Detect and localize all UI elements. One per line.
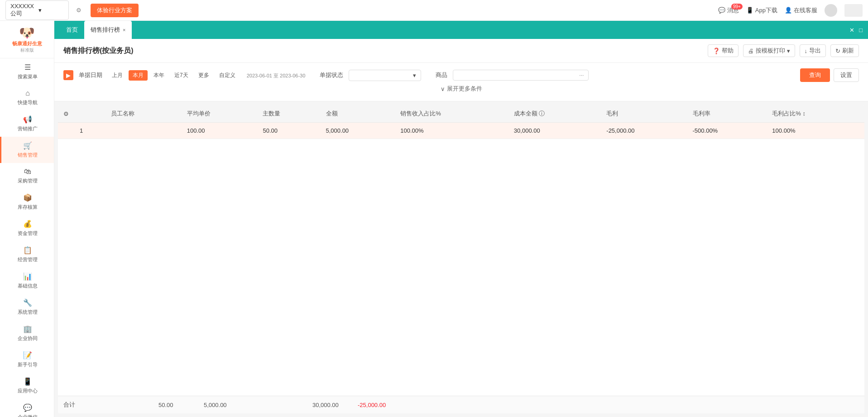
tab-sales-ranking-label: 销售排行榜 bbox=[91, 26, 120, 34]
logo-icon: 🐶 bbox=[19, 25, 35, 40]
trial-button[interactable]: 体验行业方案 bbox=[91, 4, 139, 17]
footer-label-cell: 合计 bbox=[63, 401, 100, 409]
sidebar-item-marketing[interactable]: 📢 营销推广 bbox=[0, 110, 54, 137]
query-button[interactable]: 查询 bbox=[800, 68, 830, 82]
tab-sales-ranking[interactable]: 销售排行榜 × bbox=[84, 21, 132, 39]
print-icon: 🖨 bbox=[748, 48, 754, 54]
date-tabs: 上月 本月 本年 近7天 更多 自定义 bbox=[108, 70, 240, 81]
footer-gross-cell: -25,000.00 bbox=[358, 402, 394, 408]
export-button[interactable]: ↓ 导出 bbox=[800, 44, 826, 57]
logo-tag: 标准版 bbox=[20, 47, 34, 53]
sidebar-item-sales[interactable]: 🛒 销售管理 bbox=[0, 137, 54, 163]
avatar-name[interactable] bbox=[844, 4, 863, 17]
sidebar: 🐶 畅康通好生意 标准版 ☰ 搜索菜单 ⌂ 快捷导航 📢 营销推广 🛒 销售管理… bbox=[0, 21, 54, 417]
col-sales-pct: 销售收入占比% bbox=[395, 105, 508, 123]
row-gross-rate: -500.00% bbox=[687, 123, 767, 139]
footer-cost: 30,000.00 bbox=[312, 402, 339, 408]
help-icon: ❓ bbox=[713, 48, 720, 54]
gear-icon: ⚙ bbox=[76, 7, 82, 14]
sidebar-item-enterprise[interactable]: 🏢 企业协同 bbox=[0, 320, 54, 346]
sidebar-item-system[interactable]: 🔧 系统管理 bbox=[0, 294, 54, 320]
status-select[interactable]: ▾ bbox=[349, 70, 421, 81]
print-chevron-icon: ▾ bbox=[787, 48, 790, 54]
sidebar-item-basic-info[interactable]: 📊 基础信息 bbox=[0, 268, 54, 294]
avatar[interactable] bbox=[825, 4, 837, 17]
sidebar-label-search: 搜索菜单 bbox=[18, 73, 38, 80]
chevron-down-icon: ▾ bbox=[38, 7, 64, 14]
gear-button[interactable]: ⚙ bbox=[72, 4, 85, 17]
tab-close-icon[interactable]: × bbox=[123, 27, 125, 33]
print-button[interactable]: 🖨 按模板打印 ▾ bbox=[743, 44, 795, 57]
col-name: 员工名称 bbox=[106, 105, 182, 123]
sidebar-label-system: 系统管理 bbox=[18, 309, 38, 316]
window-max-icon[interactable]: □ bbox=[859, 27, 863, 34]
filter-toggle-button[interactable]: ▶ bbox=[63, 70, 73, 80]
help-label: 帮助 bbox=[722, 47, 734, 55]
tab-home[interactable]: 首页 bbox=[60, 21, 84, 39]
sidebar-item-quick-nav[interactable]: ⌂ 快捷导航 bbox=[0, 85, 54, 110]
service-icon: 👤 bbox=[785, 7, 792, 14]
refresh-icon: ↻ bbox=[835, 48, 840, 54]
page-content: 销售排行榜(按业务员) ❓ 帮助 🖨 按模板打印 ▾ ↓ 导出 bbox=[54, 39, 868, 417]
sidebar-label-finance: 资金管理 bbox=[18, 230, 38, 237]
goods-label: 商品 bbox=[436, 71, 447, 79]
footer-amount-cell: 5,000.00 bbox=[204, 402, 240, 408]
col-avg-price: 平均单价 bbox=[182, 105, 258, 123]
date-tab-custom[interactable]: 自定义 bbox=[215, 70, 240, 81]
settings-button[interactable]: 设置 bbox=[834, 68, 859, 82]
tab-bar: 首页 销售排行榜 × ✕ □ bbox=[54, 21, 868, 39]
footer-amount: 5,000.00 bbox=[204, 402, 227, 408]
row-amount: 5,000.00 bbox=[321, 123, 395, 139]
sidebar-item-wechat[interactable]: 💬 企业微信 bbox=[0, 399, 54, 417]
messages-badge: 99+ bbox=[731, 4, 743, 10]
window-close-icon[interactable]: ✕ bbox=[849, 27, 854, 34]
help-button[interactable]: ❓ 帮助 bbox=[708, 44, 739, 57]
date-tab-current-year[interactable]: 本年 bbox=[149, 70, 168, 81]
filter-right-buttons: 查询 设置 bbox=[800, 68, 859, 82]
expand-more-button[interactable]: ∨ 展开更多条件 bbox=[63, 82, 859, 96]
expand-more-label: 展开更多条件 bbox=[447, 85, 482, 93]
company-name: XXXXXX公司 bbox=[10, 3, 36, 18]
purchase-icon: 🛍 bbox=[24, 168, 31, 176]
sidebar-label-operations: 经营管理 bbox=[18, 256, 38, 263]
refresh-button[interactable]: ↻ 刷新 bbox=[830, 44, 859, 57]
sidebar-item-finance[interactable]: 💰 资金管理 bbox=[0, 215, 54, 241]
col-amount: 全额 bbox=[321, 105, 395, 123]
table-header-row: ⚙ 员工名称 平均单价 主数量 全额 销售收入占比% 成本全额 ⓘ 毛利 毛利率… bbox=[58, 105, 864, 123]
export-label: 导出 bbox=[809, 47, 821, 55]
tab-right-controls: ✕ □ bbox=[849, 27, 863, 34]
footer-gross: -25,000.00 bbox=[358, 402, 386, 408]
date-label: 单据日期 bbox=[79, 71, 102, 79]
date-range-text: 2023-06-01 至 2023-06-30 bbox=[247, 72, 306, 79]
date-tab-7days[interactable]: 近7天 bbox=[170, 70, 192, 81]
date-tab-last-month[interactable]: 上月 bbox=[108, 70, 127, 81]
footer-label: 合计 bbox=[63, 401, 75, 408]
sidebar-item-apps[interactable]: 📱 应用中心 bbox=[0, 373, 54, 399]
sidebar-item-operations[interactable]: 📋 经营管理 bbox=[0, 241, 54, 268]
page-actions: ❓ 帮助 🖨 按模板打印 ▾ ↓ 导出 ↻ 刷新 bbox=[708, 44, 859, 57]
date-tab-more[interactable]: 更多 bbox=[194, 70, 213, 81]
online-service-button[interactable]: 👤 在线客服 bbox=[785, 6, 817, 14]
sidebar-label-wechat: 企业微信 bbox=[18, 414, 38, 417]
messages-button[interactable]: 💬 消息 99+ bbox=[718, 6, 739, 14]
table-settings-header[interactable]: ⚙ bbox=[58, 105, 74, 123]
chevron-down-expand-icon: ∨ bbox=[441, 86, 445, 92]
company-selector[interactable]: XXXXXX公司 ▾ bbox=[5, 0, 69, 20]
sales-icon: 🛒 bbox=[23, 141, 32, 150]
sidebar-item-inventory[interactable]: 📦 库存核算 bbox=[0, 189, 54, 215]
sidebar-item-search[interactable]: ☰ 搜索菜单 bbox=[0, 58, 54, 85]
sidebar-item-purchase[interactable]: 🛍 采购管理 bbox=[0, 163, 54, 189]
col-gross-pct: 毛利占比% ↕ bbox=[767, 105, 864, 123]
app-download-button[interactable]: 📱 App下载 bbox=[746, 6, 777, 14]
goods-select[interactable]: ··· bbox=[453, 70, 589, 81]
row-cost: 30,000.00 bbox=[508, 123, 601, 139]
sidebar-label-apps: 应用中心 bbox=[18, 388, 38, 394]
guide-icon: 📝 bbox=[23, 351, 32, 359]
content-area: 首页 销售排行榜 × ✕ □ 销售排行榜(按业务员) ❓ 帮助 bbox=[54, 21, 868, 417]
date-tab-current-month[interactable]: 本月 bbox=[129, 70, 148, 81]
goods-more-icon[interactable]: ··· bbox=[579, 72, 584, 78]
chevron-down-status-icon: ▾ bbox=[413, 72, 416, 79]
row-settings bbox=[58, 123, 74, 139]
sidebar-item-guide[interactable]: 📝 新手引导 bbox=[0, 346, 54, 373]
sidebar-label-marketing: 营销推广 bbox=[18, 125, 38, 132]
